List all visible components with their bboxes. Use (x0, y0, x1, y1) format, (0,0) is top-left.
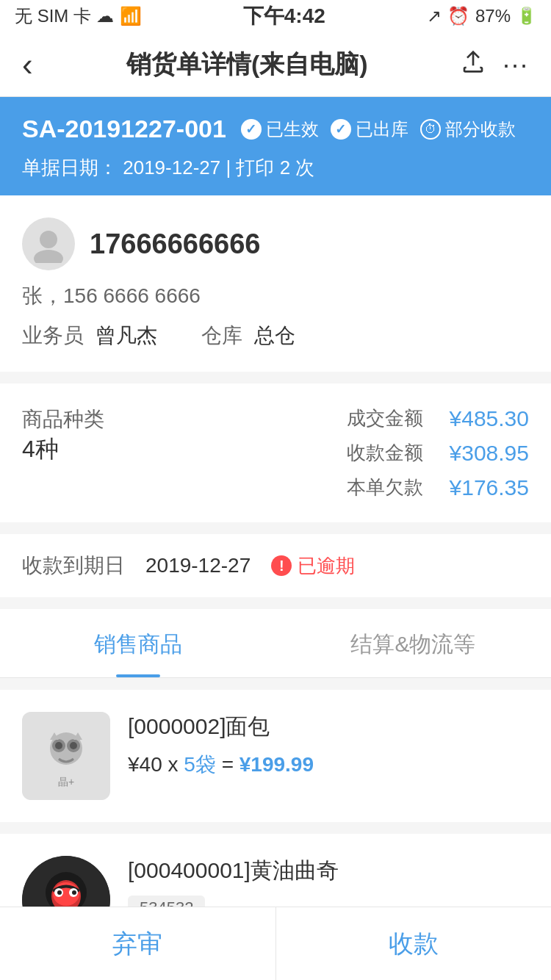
collect-payment-button[interactable]: 收款 (276, 907, 552, 980)
product-item-1: 晶+ [0000002]面包 ¥40 x 5袋 = ¥199.99 (0, 690, 551, 822)
status-time: 下午4:42 (243, 2, 325, 30)
product-info-1: [0000002]面包 ¥40 x 5袋 = ¥199.99 (128, 712, 529, 779)
owed-value: ¥176.35 (441, 475, 529, 500)
amount-value: ¥485.30 (441, 406, 529, 431)
check-icon-shipped: ✓ (331, 119, 351, 140)
back-button[interactable]: ‹ (22, 46, 33, 83)
sales-value: 曾凡杰 (96, 324, 157, 347)
battery-text: 87% (475, 6, 511, 26)
tabs-section: 销售商品 结算&物流等 (0, 609, 551, 678)
warehouse-label: 仓库 (201, 324, 242, 347)
product-type-value: 4种 (22, 433, 104, 466)
wifi-icon: 📶 (120, 6, 142, 26)
signal-text: 无 SIM 卡 ☁ (15, 4, 114, 28)
customer-id: 17666666666 (90, 228, 260, 260)
product-name-1: [0000002]面包 (128, 712, 529, 742)
date-label: 单据日期： (22, 156, 118, 179)
due-date-label: 收款到期日 (22, 552, 125, 580)
more-icon[interactable]: ··· (503, 49, 529, 80)
order-date-row: 单据日期： 2019-12-27 | 打印 2 次 (22, 155, 529, 181)
due-date-value: 2019-12-27 (145, 554, 251, 577)
badge-shipped: ✓ 已出库 (331, 118, 408, 141)
svg-text:晶+: 晶+ (58, 776, 74, 788)
total-1: ¥199.99 (240, 753, 314, 776)
svg-point-15 (57, 890, 62, 895)
svg-point-7 (70, 742, 77, 749)
svg-point-6 (55, 742, 62, 749)
order-number: SA-20191227-001 (22, 115, 226, 143)
qty-1: 5袋 (184, 753, 216, 776)
customer-meta: 业务员 曾凡杰 仓库 总仓 (22, 322, 529, 350)
clock-icon: ⏱ (420, 119, 441, 140)
page-title: 销货单详情(来自电脑) (126, 48, 368, 82)
status-bar: 无 SIM 卡 ☁ 📶 下午4:42 ↗ ⏰ 87% 🔋 (0, 0, 551, 32)
due-date-section: 收款到期日 2019-12-27 ! 已逾期 (0, 534, 551, 597)
check-icon-effective: ✓ (241, 119, 262, 140)
location-icon: ↗ (427, 6, 442, 26)
product-name-2: [000400001]黄油曲奇 (128, 856, 529, 886)
order-header: SA-20191227-001 ✓ 已生效 ✓ 已出库 ⏱ 部分收款 单据日期：… (0, 97, 551, 195)
customer-section: 17666666666 张，156 6666 6666 业务员 曾凡杰 仓库 总… (0, 195, 551, 372)
product-price-1: ¥40 x 5袋 = ¥199.99 (128, 751, 529, 779)
tab-settlement[interactable]: 结算&物流等 (276, 609, 551, 677)
status-badges: ✓ 已生效 ✓ 已出库 ⏱ 部分收款 (241, 118, 516, 141)
stats-left: 商品种类 4种 (22, 406, 104, 466)
reject-button[interactable]: 弃审 (0, 907, 276, 980)
received-label: 收款金额 (347, 440, 423, 466)
overdue-badge: ! 已逾期 (271, 553, 355, 579)
amount-label: 成交金额 (347, 406, 423, 431)
avatar (22, 217, 75, 270)
print-info: | 打印 2 次 (226, 156, 314, 179)
sales-label: 业务员 (22, 324, 84, 347)
share-icon[interactable] (461, 50, 485, 79)
stats-section: 商品种类 4种 成交金额 ¥485.30 收款金额 ¥308.95 本单欠款 ¥… (0, 383, 551, 522)
badge-effective: ✓ 已生效 (241, 118, 319, 141)
svg-point-16 (72, 890, 76, 895)
bottom-bar: 弃审 收款 (0, 907, 551, 980)
owed-label: 本单欠款 (347, 475, 423, 500)
nav-actions: ··· (461, 49, 529, 80)
overdue-icon: ! (271, 555, 292, 576)
overdue-text: 已逾期 (298, 553, 355, 579)
warehouse-value: 总仓 (254, 324, 295, 347)
tab-sales-products[interactable]: 销售商品 (0, 609, 276, 677)
status-left: 无 SIM 卡 ☁ 📶 (15, 4, 142, 28)
alarm-icon: ⏰ (447, 6, 469, 26)
battery-icon: 🔋 (516, 7, 536, 26)
svg-point-1 (34, 250, 63, 263)
badge-partial: ⏱ 部分收款 (420, 118, 516, 141)
product-type-label: 商品种类 (22, 406, 104, 433)
svg-point-0 (40, 231, 57, 248)
product-image-1: 晶+ (22, 712, 110, 800)
stats-right: 成交金额 ¥485.30 收款金额 ¥308.95 本单欠款 ¥176.35 (347, 406, 529, 500)
order-date-value: 2019-12-27 (123, 156, 220, 179)
customer-phone: 张，156 6666 6666 (22, 282, 529, 310)
received-value: ¥308.95 (441, 441, 529, 466)
status-right: ↗ ⏰ 87% 🔋 (427, 6, 536, 26)
nav-bar: ‹ 销货单详情(来自电脑) ··· (0, 32, 551, 97)
